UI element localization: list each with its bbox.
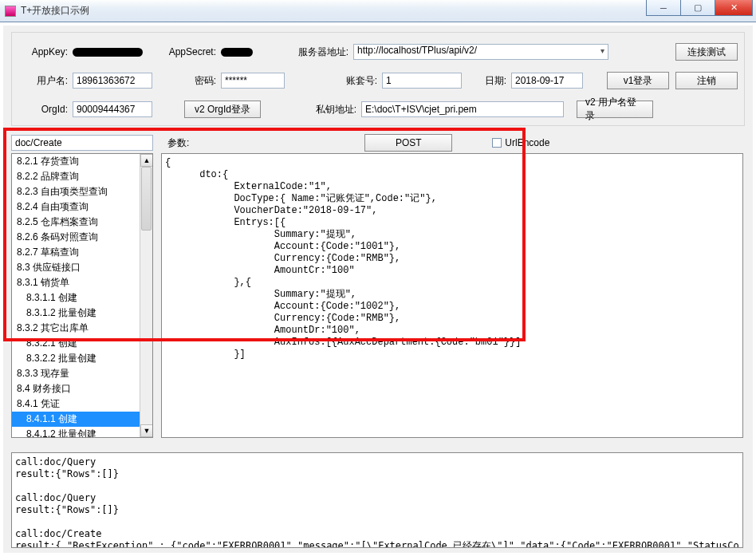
form-panel: AppKey: AppSecret: 服务器地址: http://localho… [11, 32, 745, 126]
key-label: 私钥地址: [301, 103, 356, 116]
tree-scrollbar[interactable]: ▲ ▼ [140, 154, 152, 437]
scroll-up-icon[interactable]: ▲ [140, 154, 153, 167]
orgid-label: OrgId: [20, 104, 68, 115]
tree-item[interactable]: 8.2.1 存货查询 [12, 154, 140, 169]
pwd-label: 密码: [184, 74, 216, 88]
tree-item[interactable]: 8.3.1 销货单 [12, 275, 140, 290]
middle-panel: 参数: POST UrlEncode 8.2.1 存货查询8.2.2 品牌查询8… [3, 132, 753, 443]
log-output[interactable]: call:doc/Query result:{"Rows":[]} call:d… [11, 452, 743, 548]
tree-item[interactable]: 8.3.3 现存量 [12, 366, 140, 381]
pwd-input[interactable] [221, 73, 285, 89]
tree-item[interactable]: 8.4 财务接口 [12, 381, 140, 396]
tree-item[interactable]: 8.3.2 其它出库单 [12, 321, 140, 336]
client-area: AppKey: AppSecret: 服务器地址: http://localho… [3, 26, 753, 553]
urlencode-label: UrlEncode [505, 137, 549, 148]
server-label: 服务器地址: [285, 45, 348, 59]
user-input[interactable] [73, 73, 152, 89]
server-combo[interactable]: http://localhost/TPlus/api/v2/ [353, 44, 608, 60]
param-label: 参数: [167, 136, 189, 150]
title-bar: T+开放接口示例 ─ ▢ ✕ [0, 0, 756, 22]
appkey-value-masked [73, 48, 143, 57]
scroll-thumb[interactable] [141, 167, 152, 231]
orgid-input[interactable] [73, 101, 152, 117]
tree-item[interactable]: 8.4.1.1 创建 [12, 412, 140, 427]
appkey-label: AppKey: [20, 46, 68, 57]
tree-item[interactable]: 8.4.1.2 批量创建 [12, 427, 140, 437]
scroll-down-icon[interactable]: ▼ [140, 424, 153, 437]
api-tree[interactable]: 8.2.1 存货查询8.2.2 品牌查询8.2.3 自由项类型查询8.2.4 自… [11, 153, 153, 438]
appsecret-label: AppSecret: [160, 46, 216, 57]
doc-input[interactable] [11, 135, 153, 151]
app-icon [5, 6, 16, 17]
tree-item[interactable]: 8.2.5 仓库档案查询 [12, 215, 140, 230]
date-input[interactable] [511, 73, 583, 89]
v2-orgid-login-button[interactable]: v2 OrgId登录 [184, 101, 261, 118]
tree-item[interactable]: 8.2.4 自由项查询 [12, 199, 140, 215]
tree-item[interactable]: 8.2.6 条码对照查询 [12, 230, 140, 245]
user-label: 用户名: [20, 74, 68, 88]
v1-login-button[interactable]: v1登录 [607, 72, 669, 89]
date-label: 日期: [474, 74, 506, 88]
connect-test-button[interactable]: 连接测试 [675, 43, 738, 61]
tree-item[interactable]: 8.3.1.1 创建 [12, 290, 140, 306]
param-textarea[interactable]: { dto:{ ExternalCode:"1", DocType:{ Name… [161, 153, 743, 438]
appsecret-value-masked [221, 48, 253, 57]
close-button[interactable]: ✕ [715, 0, 753, 16]
key-input[interactable] [361, 101, 564, 117]
tree-item[interactable]: 8.3 供应链接口 [12, 260, 140, 275]
maximize-button[interactable]: ▢ [680, 0, 715, 16]
tree-item[interactable]: 8.2.7 草稿查询 [12, 245, 140, 260]
tree-item[interactable]: 8.3.2.1 创建 [12, 336, 140, 351]
tree-item[interactable]: 8.3.1.2 批量创建 [12, 306, 140, 321]
tree-item[interactable]: 8.2.2 品牌查询 [12, 169, 140, 184]
acct-label: 账套号: [329, 74, 377, 88]
urlencode-checkbox[interactable] [492, 138, 502, 148]
acct-input[interactable] [382, 73, 462, 89]
tree-item[interactable]: 8.4.1 凭证 [12, 396, 140, 412]
tree-item[interactable]: 8.2.3 自由项类型查询 [12, 184, 140, 199]
logout-button[interactable]: 注销 [675, 72, 738, 89]
window-title: T+开放接口示例 [21, 4, 89, 18]
v2-user-login-button[interactable]: v2 用户名登录 [577, 101, 653, 118]
tree-item[interactable]: 8.3.2.2 批量创建 [12, 351, 140, 366]
minimize-button[interactable]: ─ [646, 0, 681, 16]
post-button[interactable]: POST [364, 134, 452, 152]
